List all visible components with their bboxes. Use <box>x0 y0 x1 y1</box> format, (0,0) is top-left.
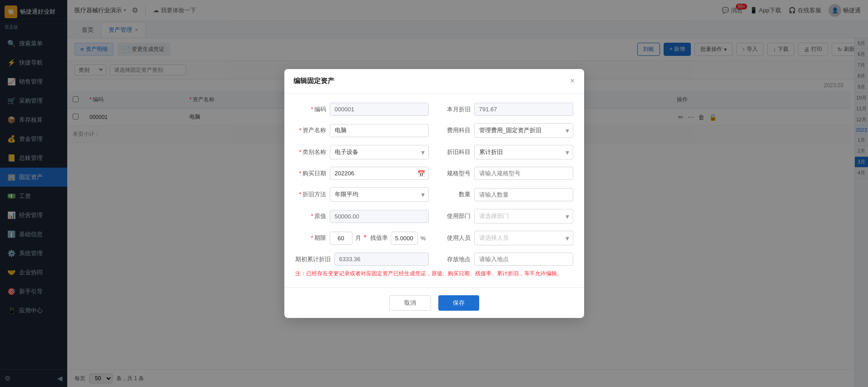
expense-subject-select[interactable]: 管理费用_固定资产折旧 ▾ <box>474 123 573 138</box>
field-category: *类别名称 电子设备 ▾ <box>295 145 429 159</box>
original-value-input[interactable] <box>330 210 429 223</box>
spec-input[interactable] <box>474 167 573 180</box>
field-spec: 规格型号 <box>440 167 573 180</box>
spec-label: 规格型号 <box>440 169 471 178</box>
dep-subject-dropdown-icon: ▾ <box>562 148 573 157</box>
field-dep-method: *折旧方法 年限平均 ▾ <box>295 187 429 202</box>
residual-required-mark: * <box>364 234 367 242</box>
department-select[interactable]: 请选择部门 ▾ <box>474 209 573 223</box>
period-input[interactable] <box>330 232 352 245</box>
field-location: 存放地点 <box>440 253 573 266</box>
residual-rate-label: 残值率 <box>370 234 388 242</box>
expense-subject-value: 管理费用_固定资产折旧 <box>475 124 562 137</box>
residual-rate-unit: % <box>421 235 426 242</box>
initial-accumulated-input[interactable] <box>334 253 429 266</box>
field-period-residual: *期限 月 * 残值率 % <box>295 231 429 245</box>
modal-close-icon[interactable]: × <box>570 76 575 86</box>
field-monthly-depreciation: 本月折旧 <box>440 103 573 116</box>
dep-subject-label: 折旧科目 <box>440 148 471 156</box>
quantity-label: 数量 <box>440 190 471 198</box>
field-purchase-date: *购买日期 📅 <box>295 167 429 180</box>
asset-name-label: *资产名称 <box>295 126 326 134</box>
field-code: *编码 <box>295 103 429 116</box>
monthly-dep-input[interactable] <box>474 103 573 116</box>
period-label: *期限 <box>295 234 326 242</box>
monthly-dep-label: 本月折旧 <box>440 105 471 114</box>
field-expense-subject: 费用科目 管理费用_固定资产折旧 ▾ <box>440 123 573 138</box>
calendar-icon[interactable]: 📅 <box>417 170 425 177</box>
dep-method-dropdown-icon: ▾ <box>417 190 428 199</box>
purchase-date-input[interactable] <box>330 167 429 180</box>
user-placeholder: 请选择人员 <box>475 231 562 245</box>
category-select[interactable]: 电子设备 ▾ <box>330 145 429 159</box>
residual-rate-input[interactable] <box>391 232 418 245</box>
expense-subject-label: 费用科目 <box>440 126 471 134</box>
department-dropdown-icon: ▾ <box>562 212 573 221</box>
field-quantity: 数量 <box>440 187 573 202</box>
user-personnel-label: 使用人员 <box>440 234 471 242</box>
edit-asset-modal: 编辑固定资产 × *编码 本月折旧 <box>284 69 584 318</box>
department-placeholder: 请选择部门 <box>475 209 562 223</box>
field-original-value: *原值 <box>295 209 429 223</box>
initial-accumulated-label: 期初累计折旧 <box>295 255 331 263</box>
asset-name-input[interactable] <box>330 124 429 137</box>
user-dropdown-icon: ▾ <box>562 234 573 243</box>
department-label: 使用部门 <box>440 212 471 220</box>
modal-title: 编辑固定资产 <box>293 77 334 85</box>
user-select[interactable]: 请选择人员 ▾ <box>474 231 573 245</box>
expense-subject-dropdown-icon: ▾ <box>562 126 573 135</box>
dep-subject-select[interactable]: 累计折旧 ▾ <box>474 145 573 159</box>
field-user: 使用人员 请选择人员 ▾ <box>440 231 573 245</box>
period-unit: 月 <box>355 234 361 242</box>
dep-method-value: 年限平均 <box>330 188 417 201</box>
code-label: *编码 <box>295 105 326 114</box>
purchase-date-wrapper: 📅 <box>330 167 429 180</box>
modal-note: 注：已经存在变更记录或者对应固定资产已经生成凭证，原值、购买日期、残值率、累计折… <box>295 266 573 278</box>
field-asset-name: *资产名称 <box>295 123 429 138</box>
category-value: 电子设备 <box>330 145 417 159</box>
original-value-label: *原值 <box>295 212 326 220</box>
save-button[interactable]: 保存 <box>438 295 479 311</box>
modal-overlay: 编辑固定资产 × *编码 本月折旧 <box>0 0 868 387</box>
dep-subject-value: 累计折旧 <box>475 145 562 159</box>
field-dep-subject: 折旧科目 累计折旧 ▾ <box>440 145 573 159</box>
quantity-input[interactable] <box>474 188 573 201</box>
modal-body: *编码 本月折旧 *资产名称 费用科 <box>284 94 584 287</box>
purchase-date-label: *购买日期 <box>295 169 326 178</box>
code-input[interactable] <box>330 103 429 116</box>
field-initial-accumulated: 期初累计折旧 <box>295 253 429 266</box>
category-label: *类别名称 <box>295 148 326 156</box>
cancel-button[interactable]: 取消 <box>389 295 431 311</box>
location-input[interactable] <box>474 253 573 266</box>
field-department: 使用部门 请选择部门 ▾ <box>440 209 573 223</box>
modal-header: 编辑固定资产 × <box>284 69 584 94</box>
location-label: 存放地点 <box>440 255 471 263</box>
category-dropdown-icon: ▾ <box>417 148 428 157</box>
period-residual-inline: 月 * 残值率 % <box>330 232 429 245</box>
modal-form: *编码 本月折旧 *资产名称 费用科 <box>295 103 573 266</box>
dep-method-label: *折旧方法 <box>295 190 326 198</box>
modal-footer: 取消 保存 <box>284 288 584 318</box>
dep-method-select[interactable]: 年限平均 ▾ <box>330 187 429 202</box>
